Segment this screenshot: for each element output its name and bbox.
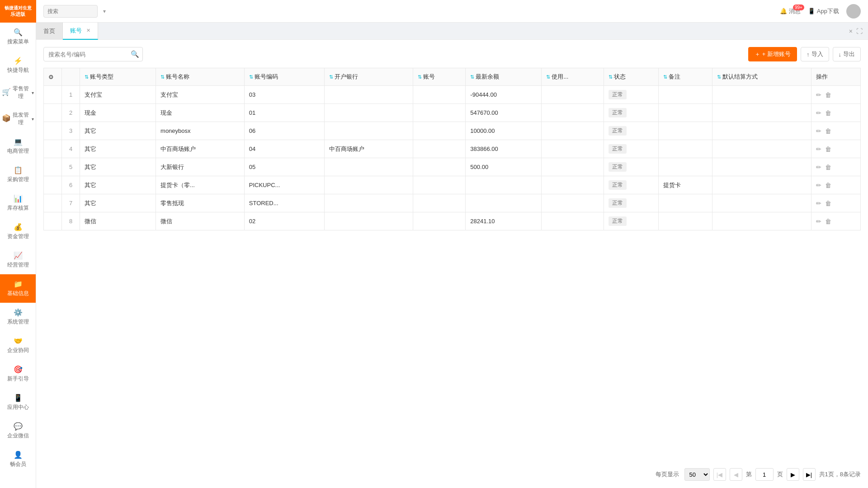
notification-badge: 99+ <box>793 5 804 10</box>
sidebar-item-enterprise-agreement[interactable]: 🤝 企业协同 <box>0 331 36 360</box>
inventory-icon: 📊 <box>2 194 34 203</box>
page-suffix: 页 <box>777 470 783 479</box>
sidebar-item-operation-mgmt[interactable]: 📈 经营管理 <box>0 246 36 274</box>
sidebar-item-ecommerce-mgmt[interactable]: 💻 电商管理 <box>0 132 36 160</box>
cell-status: 正常 <box>604 176 659 194</box>
col-remarks[interactable]: ⇅备注 <box>659 68 712 86</box>
table-row: 5 其它 大新银行 05 500.00 正常 ✏ 🗑 <box>44 158 861 176</box>
tab-accounts[interactable]: 账号 ✕ <box>63 23 98 40</box>
page-label: 第 <box>746 470 752 479</box>
col-account-name[interactable]: ⇅账号名称 <box>156 68 245 86</box>
cell-actions: ✏ 🗑 <box>811 158 861 176</box>
col-latest-balance[interactable]: ⇅最新余额 <box>466 68 542 86</box>
delete-button[interactable]: 🗑 <box>825 218 831 225</box>
sidebar-item-label: 批发管理 <box>11 111 31 127</box>
delete-button[interactable]: 🗑 <box>825 182 831 189</box>
import-button[interactable]: ↑ 导入 <box>801 47 829 61</box>
col-usage[interactable]: ⇅使用... <box>542 68 604 86</box>
edit-button[interactable]: ✏ <box>816 164 821 171</box>
tab-home[interactable]: 首页 <box>36 23 63 40</box>
delete-button[interactable]: 🗑 <box>825 109 831 117</box>
tab-minimize-icon[interactable]: × <box>849 28 853 35</box>
delete-button[interactable]: 🗑 <box>825 145 831 153</box>
app-download-label: App下载 <box>817 7 839 15</box>
page-first-button[interactable]: |◀ <box>713 468 726 481</box>
page-next-button[interactable]: ▶ <box>787 468 799 481</box>
cell-status: 正常 <box>604 194 659 212</box>
total-label: 共1页，8条记录 <box>819 470 861 479</box>
sidebar-item-wholesale-mgmt[interactable]: 📦 批发管理 <box>0 106 36 132</box>
sidebar-item-system-mgmt[interactable]: ⚙️ 系统管理 <box>0 303 36 331</box>
export-button[interactable]: ↓ 导出 <box>833 47 861 61</box>
col-account-type[interactable]: ⇅账号类型 <box>80 68 156 86</box>
cell-num: 5 <box>62 158 80 176</box>
search-button[interactable]: 🔍 <box>131 50 139 58</box>
sidebar-item-app-center[interactable]: 📱 应用中心 <box>0 388 36 417</box>
page-input[interactable] <box>755 468 774 481</box>
edit-button[interactable]: ✏ <box>816 145 821 153</box>
top-header: ▾ 🔔 消息 99+ 📱 App下载 <box>36 0 868 23</box>
page-last-button[interactable]: ▶| <box>803 468 816 481</box>
sidebar-item-search-menu[interactable]: 🔍 搜索菜单 <box>0 23 36 51</box>
sidebar-item-capital-mgmt[interactable]: 💰 资金管理 <box>0 217 36 246</box>
edit-button[interactable]: ✏ <box>816 218 821 225</box>
cell-account-type: 其它 <box>80 176 156 194</box>
cell-bank <box>324 212 413 230</box>
tab-expand-icon[interactable]: ⛶ <box>856 28 863 35</box>
delete-button[interactable]: 🗑 <box>825 91 831 99</box>
cell-account-name: 大新银行 <box>156 158 245 176</box>
top-search-input[interactable] <box>43 5 98 18</box>
cell-account-type: 其它 <box>80 140 156 158</box>
cell-usage <box>542 176 604 194</box>
cell-account-name: 现金 <box>156 104 245 122</box>
tab-close-icon[interactable]: ✕ <box>86 28 90 33</box>
cell-default-settlement <box>712 158 811 176</box>
sidebar-item-label: 快捷导航 <box>2 66 34 74</box>
col-account-no[interactable]: ⇅账号 <box>413 68 466 86</box>
cell-usage <box>542 86 604 104</box>
cell-bank <box>324 86 413 104</box>
cell-bank <box>324 176 413 194</box>
cell-actions: ✏ 🗑 <box>811 194 861 212</box>
sidebar-item-shortcuts[interactable]: ⚡ 快捷导航 <box>0 51 36 80</box>
sidebar-item-retail-mgmt[interactable]: 🛒 零售管理 <box>0 80 36 106</box>
delete-button[interactable]: 🗑 <box>825 127 831 135</box>
cell-status: 正常 <box>604 86 659 104</box>
sidebar-item-newbie-guide[interactable]: 🎯 新手引导 <box>0 360 36 388</box>
notification-button[interactable]: 🔔 消息 99+ <box>780 7 801 15</box>
sidebar-item-basic-info[interactable]: 📁 基础信息 <box>0 274 36 303</box>
search-input[interactable] <box>43 47 143 61</box>
sidebar-item-purchase-mgmt[interactable]: 📋 采购管理 <box>0 160 36 189</box>
cell-account-name: 中百商场账户 <box>156 140 245 158</box>
delete-button[interactable]: 🗑 <box>825 164 831 171</box>
ecommerce-mgmt-icon: 💻 <box>2 137 34 146</box>
operation-mgmt-icon: 📈 <box>2 251 34 260</box>
cell-account-code: 06 <box>244 122 324 140</box>
page-prev-button[interactable]: ◀ <box>730 468 742 481</box>
col-bank[interactable]: ⇅开户银行 <box>324 68 413 86</box>
sidebar-item-enterprise-wechat[interactable]: 💬 企业微信 <box>0 417 36 445</box>
edit-button[interactable]: ✏ <box>816 127 821 135</box>
cell-gear <box>44 104 62 122</box>
cell-default-settlement <box>712 140 811 158</box>
sidebar-item-members[interactable]: 👤 畅会员 <box>0 445 36 474</box>
bell-icon: 🔔 <box>780 8 787 14</box>
col-gear[interactable]: ⚙ <box>44 68 62 86</box>
delete-button[interactable]: 🗑 <box>825 200 831 207</box>
cell-default-settlement <box>712 104 811 122</box>
sidebar-item-inventory[interactable]: 📊 库存核算 <box>0 189 36 217</box>
search-wrap: 🔍 <box>43 47 143 61</box>
col-status[interactable]: ⇅状态 <box>604 68 659 86</box>
col-account-code[interactable]: ⇅账号编码 <box>244 68 324 86</box>
edit-button[interactable]: ✏ <box>816 91 821 99</box>
edit-button[interactable]: ✏ <box>816 200 821 207</box>
edit-button[interactable]: ✏ <box>816 109 821 117</box>
per-page-select[interactable]: 50 20 100 <box>684 468 710 481</box>
user-avatar[interactable] <box>846 4 861 19</box>
add-account-button[interactable]: ＋ + 新增账号 <box>748 47 797 61</box>
cell-account-name: 微信 <box>156 212 245 230</box>
edit-button[interactable]: ✏ <box>816 182 821 189</box>
main-area: ▾ 🔔 消息 99+ 📱 App下载 首页 账号 ✕ × ⛶ <box>36 0 868 488</box>
app-download-button[interactable]: 📱 App下载 <box>808 7 839 15</box>
col-default-settlement[interactable]: ⇅默认结算方式 <box>712 68 811 86</box>
